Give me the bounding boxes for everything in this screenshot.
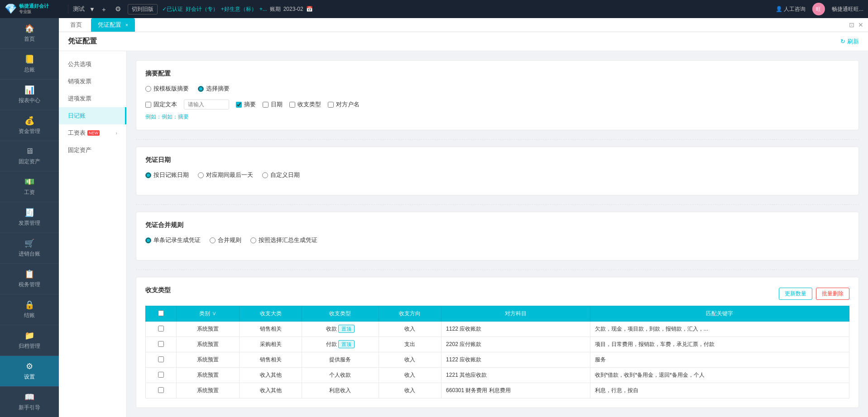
income-expense-title: 收支类型 [145, 286, 171, 294]
td-type-1: 收款 置顶 [302, 322, 379, 337]
custom-date-radio-label[interactable]: 自定义日期 [262, 171, 300, 179]
row-checkbox-2[interactable] [158, 341, 164, 347]
sidebar-item-close[interactable]: 🔒 结账 [0, 294, 59, 325]
tab-home[interactable]: 首页 [63, 18, 89, 32]
sidebar-item-archive[interactable]: 📁 归档管理 [0, 325, 59, 356]
select-radio-label[interactable]: 选择摘要 [198, 85, 230, 93]
type-checkbox[interactable] [289, 102, 295, 108]
last-day-radio[interactable] [198, 172, 204, 178]
batch-delete-button[interactable]: 批量删除 [816, 288, 849, 300]
tax-icon: 📋 [24, 269, 34, 279]
summary-radio-group: 按模板版摘要 选择摘要 [145, 85, 849, 93]
sidebar-item-asset[interactable]: 🖥 固定资产 [0, 141, 59, 171]
td-checkbox-1[interactable] [146, 322, 177, 337]
summary-checkbox-label[interactable]: 摘要 [236, 100, 256, 109]
left-menu-fixed-asset[interactable]: 固定资产 [59, 142, 126, 159]
td-checkbox-3[interactable] [146, 352, 177, 368]
select-total-radio[interactable] [250, 237, 256, 243]
sidebar-item-home[interactable]: 🏠 首页 [0, 18, 59, 49]
select-total-radio-label[interactable]: 按照选择汇总生成凭证 [250, 236, 317, 244]
date-checkbox-label[interactable]: 日期 [263, 100, 283, 109]
page-header: 凭证配置 ↻ 刷新 [59, 32, 868, 51]
template-radio-label[interactable]: 按模板版摘要 [145, 85, 189, 93]
tab-voucher[interactable]: 凭证配置 × [91, 18, 135, 32]
test-dropdown[interactable]: ▼ [89, 6, 95, 13]
merge-radio-group: 单条记录生成凭证 合并规则 按照选择汇总生成凭证 [145, 236, 849, 244]
switch-version-button[interactable]: 切到旧版 [128, 4, 158, 14]
fund-icon: 💰 [24, 116, 34, 126]
period-label: 账期 [270, 5, 281, 13]
td-keywords-2: 项目，日常费用，报销款，车费，承兑汇票，付款 [590, 337, 849, 352]
select-all-checkbox[interactable] [158, 310, 164, 316]
sidebar-item-guide[interactable]: 📖 新手引导 [0, 387, 59, 417]
left-menu-journal[interactable]: 日记账 [59, 107, 126, 124]
fixed-text-input[interactable] [184, 100, 229, 109]
window-close-icon[interactable]: ✕ [858, 21, 863, 28]
summary-checkbox[interactable] [236, 102, 242, 108]
sidebar-item-ledger[interactable]: 📒 总账 [0, 49, 59, 80]
product-tag1: 好会计（专） [186, 5, 218, 13]
single-radio[interactable] [145, 237, 151, 243]
refresh-button[interactable]: ↻ 刷新 [840, 38, 859, 46]
counterpart-checkbox-label[interactable]: 对方户名 [328, 100, 360, 109]
th-type: 收支类型 [302, 306, 379, 322]
row-checkbox-3[interactable] [158, 356, 164, 362]
reset-tag-2[interactable]: 置顶 [338, 340, 355, 348]
purchase-icon: 🛒 [24, 238, 34, 248]
fixed-text-checkbox[interactable] [145, 102, 151, 108]
journal-date-radio[interactable] [145, 172, 151, 178]
type-checkbox-label[interactable]: 收支类型 [289, 100, 321, 109]
window-restore-icon[interactable]: ⊡ [849, 21, 854, 28]
td-checkbox-5[interactable] [146, 383, 177, 398]
counterpart-checkbox[interactable] [328, 102, 334, 108]
guide-icon: 📖 [24, 392, 34, 402]
add-button[interactable]: + [100, 5, 108, 14]
th-category[interactable]: 类别 ∨ [177, 306, 240, 322]
update-count-button[interactable]: 更新数量 [779, 288, 812, 300]
td-category-4: 系统预置 [177, 368, 240, 383]
last-day-radio-label[interactable]: 对应期间最后一天 [198, 171, 253, 179]
td-checkbox-4[interactable] [146, 368, 177, 383]
support-link[interactable]: 👤 人工咨询 [776, 5, 806, 13]
td-checkbox-2[interactable] [146, 337, 177, 352]
calendar-icon[interactable]: 📅 [306, 6, 313, 12]
summary-title: 摘要配置 [145, 70, 849, 78]
sidebar-item-purchase[interactable]: 🛒 进销台账 [0, 233, 59, 264]
th-keywords: 匹配关键字 [590, 306, 849, 322]
period-value: 2023-02 [283, 6, 303, 12]
section-separator-3 [136, 270, 859, 270]
merge-rule-radio-label[interactable]: 合并规则 [210, 236, 241, 244]
settings-icon[interactable]: ⚙ [113, 4, 123, 14]
journal-date-radio-label[interactable]: 按日记账日期 [145, 171, 189, 179]
tab-close-icon[interactable]: × [125, 22, 128, 28]
asset-icon: 🖥 [25, 147, 34, 156]
date-checkbox[interactable] [263, 102, 269, 108]
income-expense-section: 收支类型 更新数量 批量删除 类别 ∨ 收支大类 收支类型 [136, 277, 859, 408]
row-checkbox-1[interactable] [158, 326, 164, 332]
left-menu-purchase[interactable]: 进项发票 [59, 90, 126, 107]
row-checkbox-5[interactable] [158, 387, 164, 393]
reset-tag-1[interactable]: 置顶 [338, 325, 355, 333]
th-checkbox[interactable] [146, 306, 177, 322]
sidebar-item-salary[interactable]: 💵 工资 [0, 171, 59, 202]
merge-rule-radio[interactable] [210, 237, 216, 243]
left-menu-sales[interactable]: 销项发票 [59, 73, 126, 90]
select-radio[interactable] [198, 86, 204, 92]
td-category-1: 系统预置 [177, 322, 240, 337]
single-radio-label[interactable]: 单条记录生成凭证 [145, 236, 201, 244]
template-radio[interactable] [145, 86, 151, 92]
sidebar-item-report[interactable]: 📊 报表中心 [0, 80, 59, 110]
sidebar-item-invoice[interactable]: 🧾 发票管理 [0, 202, 59, 233]
fixed-text-checkbox-label[interactable]: 固定文本 [145, 100, 177, 109]
sidebar-item-fund[interactable]: 💰 资金管理 [0, 110, 59, 141]
sidebar-item-tax[interactable]: 📋 税务管理 [0, 264, 59, 294]
td-keywords-5: 利息，行息，按自 [590, 383, 849, 398]
left-menu-payroll[interactable]: 工资表 NEW › [59, 124, 126, 142]
left-menu-public[interactable]: 公共选项 [59, 56, 126, 73]
username: 畅捷通旺旺... [832, 5, 863, 13]
custom-date-radio[interactable] [262, 172, 268, 178]
sidebar-item-settings[interactable]: ⚙ 设置 [0, 356, 59, 387]
new-badge: NEW [87, 130, 100, 136]
invoice-icon: 🧾 [24, 208, 34, 218]
row-checkbox-4[interactable] [158, 372, 164, 378]
